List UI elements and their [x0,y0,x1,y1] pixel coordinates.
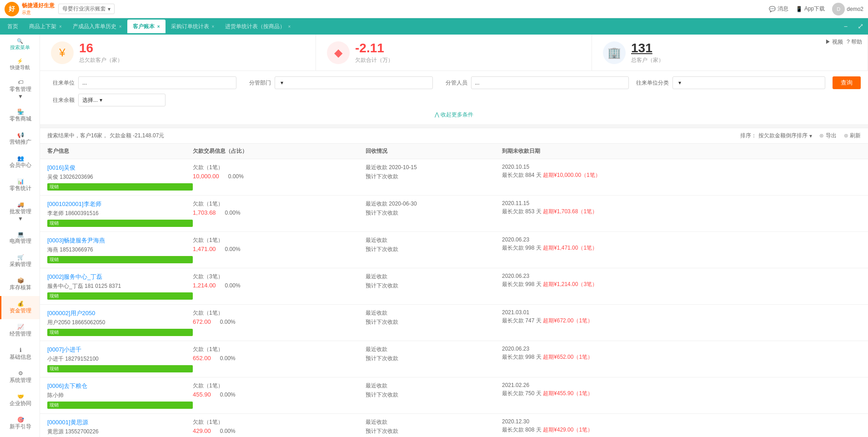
search-btn[interactable]: 查询 [833,76,861,89]
top-bar-right: 💬 消息 📱 App下载 D demo2 [769,3,863,15]
help-btn[interactable]: ? 帮助 [847,38,862,46]
sidebar-item-basic-info[interactable]: ℹ 基础信息 [0,342,40,366]
overdue-link-1[interactable]: 超期¥10,000.00（1笔） [543,172,601,178]
message-btn[interactable]: 💬 消息 [769,5,788,13]
next-collection-row-6: 预计下次收款 [366,355,502,362]
video-label: 视频 [832,39,843,45]
sidebar-item-wholesale[interactable]: 🚚 批发管理 ▼ [0,197,40,226]
sidebar-item-inventory[interactable]: 📦 库存核算 [0,273,40,296]
tab-product-listing[interactable]: 商品上下架 × [24,20,67,33]
debt-amount-8[interactable]: 429.00 [193,427,211,434]
debt-amount-1[interactable]: 10,000.00 [193,173,219,180]
customer-info-1: [0016]吴俊 吴俊 13026203696 现销 [47,164,193,191]
logo-area: 好 畅捷通好生意 示意 [5,2,55,16]
tab-expand-btn[interactable]: ⤢ [855,22,866,31]
sidebar-item-retail-shop[interactable]: 🏪 零售商城 [0,104,40,127]
overdue-link-8[interactable]: 超期¥429.00（1笔） [543,427,593,433]
stat-debtors-text: 16 总欠款客户（家） [79,41,123,64]
stats-bar: ¥ 16 总欠款客户（家） ◆ -2.11 欠款合计（万） 🏢 131 总客户（… [40,35,868,71]
sidebar-item-retail-shop-label: 零售商城 [3,115,38,123]
debt-amount-row-6: 652.00 0.00% [193,355,366,362]
filter-dept-chevron: ▾ [281,80,283,86]
customer-name-5[interactable]: [000002]用户2050 [47,309,193,317]
sidebar-quick-nav[interactable]: ⚡ 快捷导航 [0,55,40,75]
debt-amount-6[interactable]: 652.00 [193,355,211,362]
due-date-8: 2020.12.30 [502,418,861,425]
overdue-link-4[interactable]: 超期¥1,214.00（3笔） [543,281,597,287]
tab-customer-account[interactable]: 客户账本 × [127,20,166,33]
export-btn[interactable]: ⊙ 导出 [819,132,836,140]
customer-name-1[interactable]: [0016]吴俊 [47,164,193,172]
debt-row-8: 欠款（1笔） [193,418,366,426]
tab-purchase-order[interactable]: 采购订单统计表 × [166,20,220,33]
tab-minimize-btn[interactable]: － [839,22,852,31]
sidebar-item-member[interactable]: 👥 会员中心 [0,151,40,174]
tab-product-history[interactable]: 产成品入库单历史 × [67,20,127,33]
customer-name-2[interactable]: [0001020001]李老师 [47,200,193,208]
debt-amount-4[interactable]: 1,214.00 [193,282,216,289]
sort-value[interactable]: 按欠款金额倒序排序 [758,132,808,140]
filter-unit-label: 往来单位 [47,79,75,87]
tab-stock-stat[interactable]: 进货单统计表（按商品） × [220,20,296,33]
filter-category-select[interactable]: ▾ [672,76,825,89]
filter-unit-input[interactable]: ... [78,76,236,89]
sidebar-item-retail-mgmt[interactable]: 🏷 零售管理 ▼ [0,75,40,104]
tab-stock-stat-close[interactable]: × [288,24,291,29]
sidebar-item-operation[interactable]: 📈 经营管理 [0,319,40,342]
tab-product-listing-close[interactable]: × [59,24,62,29]
sidebar-item-guide[interactable]: 🎯 新手引导 [0,412,40,435]
sidebar-item-finance[interactable]: 💰 资金管理 [0,296,40,319]
sidebar-item-enterprise[interactable]: 🤝 企业协同 [0,389,40,412]
tab-product-history-close[interactable]: × [119,24,122,29]
overdue-link-5[interactable]: 超期¥672.00（1笔） [543,317,593,324]
filter-person-input[interactable]: ... [471,76,629,89]
debt-amount-3[interactable]: 1,471.00 [193,246,216,252]
sidebar-item-retail-stat[interactable]: 📊 零售统计 [0,174,40,197]
app-download-btn[interactable]: 📱 App下载 [796,5,825,13]
sidebar-item-purchase[interactable]: 🛒 采购管理 [0,250,40,273]
customer-name-4[interactable]: [0002]服务中心_丁磊 [47,273,193,281]
customer-name-6[interactable]: [0007]小进千 [47,346,193,354]
customer-sub-7: 陈小帅 [47,392,193,399]
collapse-label: 收起更多条件 [441,111,473,118]
sidebar-item-app-center[interactable]: 📱 应用中心 [0,435,40,437]
video-btn[interactable]: ▶ 视频 [825,38,843,46]
filter-dept-select[interactable]: ▾ [275,76,433,89]
tab-home[interactable]: 首页 [2,20,24,33]
debt-percent-1: 0.00% [228,173,244,180]
sidebar-item-ecommerce[interactable]: 💻 电商管理 [0,226,40,250]
collapse-row[interactable]: ⋀ 收起更多条件 [47,111,861,119]
tab-home-label: 首页 [7,23,18,30]
tab-purchase-order-close[interactable]: × [212,24,215,29]
debt-amount-7[interactable]: 455.90 [193,391,211,398]
customer-name-3[interactable]: [0003]畅捷服务尹海燕 [47,236,193,245]
tab-customer-account-close[interactable]: × [157,24,160,29]
company-selector[interactable]: 母婴行业演示账套 ▾ [58,4,115,14]
sidebar-item-system[interactable]: ⚙ 系统管理 [0,366,40,389]
table-row: [000002]用户2050 用户2050 18665062050 现销 欠款（… [40,305,868,341]
sidebar-search-menu[interactable]: 🔍 搜索菜单 [0,35,40,55]
customer-name-8[interactable]: [000001]黄思源 [47,418,193,427]
filter-category: 往来单位分类 ▾ [636,76,825,89]
sidebar-item-purchase-label: 采购管理 [3,261,38,268]
overdue-link-3[interactable]: 超期¥1,471.00（1笔） [543,245,597,251]
refresh-btn[interactable]: ⊙ 刷新 [844,132,861,140]
customer-info-7: [0006]去下粮仓 陈小帅 现销 [47,382,193,409]
sidebar-item-marketing[interactable]: 📢 营销推广 [0,127,40,151]
table-row: [0007]小进千 小进千 18279152100 现销 欠款（1笔） 652.… [40,341,868,377]
debt-amount-row-7: 455.90 0.00% [193,391,366,398]
overdue-link-2[interactable]: 超期¥1,703.68（1笔） [543,208,597,215]
stat-customers-num: 131 [631,41,664,55]
table-row: [0001020001]李老师 李老师 18600391516 现销 欠款（1笔… [40,196,868,232]
sort-chevron-icon: ▾ [809,133,812,139]
overdue-link-6[interactable]: 超期¥652.00（1笔） [543,354,593,360]
debt-amount-5[interactable]: 672.00 [193,318,211,325]
overdue-days-8: 最长欠款 808 天 超期¥429.00（1笔） [502,426,861,434]
tab-purchase-order-label: 采购订单统计表 [171,23,209,30]
overdue-link-7[interactable]: 超期¥455.90（1笔） [543,390,593,397]
filter-balance-select[interactable]: 选择... ▾ [78,94,166,106]
recovery-row-7: 最近收款 [366,382,502,390]
debt-amount-2[interactable]: 1,703.68 [193,209,216,216]
user-area[interactable]: D demo2 [832,3,863,15]
customer-name-7[interactable]: [0006]去下粮仓 [47,382,193,390]
